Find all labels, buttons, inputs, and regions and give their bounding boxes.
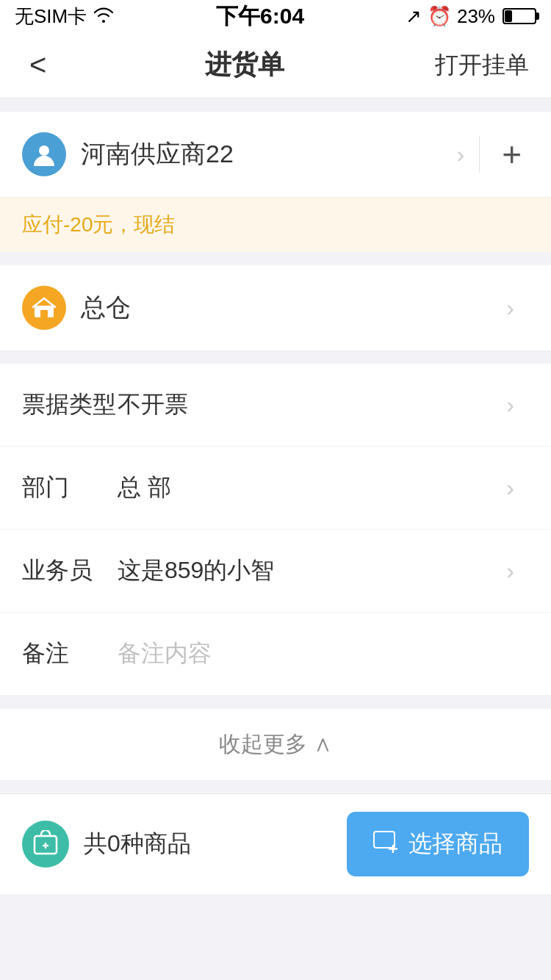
- dept-chevron-icon: ›: [506, 475, 514, 502]
- sales-row[interactable]: 业务员 这是859的小智 ›: [0, 530, 551, 613]
- supplier-divider: [479, 136, 480, 173]
- invoice-value: 不开票: [118, 389, 506, 421]
- select-product-button[interactable]: 选择商品: [347, 812, 529, 876]
- form-card: 票据类型 不开票 › 部门 总 部 › 业务员 这是859的小智 › 备注 备注…: [0, 364, 551, 695]
- dept-label: 部门: [22, 472, 118, 504]
- svg-point-0: [39, 145, 49, 156]
- invoice-row[interactable]: 票据类型 不开票 ›: [0, 364, 551, 447]
- dept-value: 总 部: [118, 472, 506, 504]
- warehouse-chevron-icon: ›: [506, 295, 514, 322]
- supplier-name: 河南供应商22: [81, 137, 456, 171]
- bottom-bar: 共0种商品 选择商品: [0, 793, 551, 894]
- warehouse-row[interactable]: 总仓 ›: [0, 265, 551, 350]
- warehouse-card: 总仓 ›: [0, 265, 551, 350]
- section-gap-2: [0, 252, 551, 265]
- warehouse-icon: [22, 286, 66, 330]
- notice-bar: 应付-20元，现结: [0, 198, 551, 252]
- location-icon: ↗: [406, 5, 422, 28]
- alarm-icon: ⏰: [428, 5, 451, 28]
- invoice-label: 票据类型: [22, 389, 118, 421]
- remark-row[interactable]: 备注 备注内容: [0, 613, 551, 695]
- add-supplier-button[interactable]: +: [494, 134, 529, 174]
- nav-bar: < 进货单 打开挂单: [0, 32, 551, 98]
- section-gap-1: [0, 98, 551, 112]
- supplier-chevron-icon: ›: [456, 141, 464, 168]
- supplier-card: 河南供应商22 › + 应付-20元，现结: [0, 112, 551, 252]
- sales-label: 业务员: [22, 555, 118, 587]
- page-title: 进货单: [205, 47, 284, 83]
- back-button[interactable]: <: [22, 41, 54, 89]
- open-pending-button[interactable]: 打开挂单: [435, 49, 529, 82]
- collapse-label: 收起更多 ∧: [219, 729, 331, 760]
- svg-rect-2: [40, 310, 48, 317]
- section-gap-5: [0, 780, 551, 793]
- dept-row[interactable]: 部门 总 部 ›: [0, 447, 551, 530]
- remark-label: 备注: [22, 638, 118, 670]
- remark-input[interactable]: 备注内容: [118, 638, 529, 670]
- product-icon: [22, 821, 69, 868]
- invoice-chevron-icon: ›: [506, 392, 514, 419]
- section-gap-3: [0, 350, 551, 364]
- sales-value: 这是859的小智: [118, 555, 506, 587]
- warehouse-name: 总仓: [81, 291, 506, 325]
- wifi-icon: [93, 5, 115, 28]
- status-time: 下午6:04: [216, 1, 304, 32]
- carrier-label: 无SIM卡: [15, 4, 87, 29]
- product-count: 共0种商品: [84, 828, 347, 860]
- section-gap-4: [0, 695, 551, 708]
- svg-rect-4: [374, 832, 395, 848]
- battery-icon: [503, 8, 536, 24]
- notice-text: 应付-20元，现结: [22, 213, 175, 236]
- select-product-icon: [373, 830, 400, 859]
- supplier-avatar: [22, 132, 66, 176]
- status-right: ↗ ⏰ 23%: [406, 5, 536, 28]
- sales-chevron-icon: ›: [506, 558, 514, 585]
- supplier-row[interactable]: 河南供应商22 › +: [0, 112, 551, 198]
- collapse-button[interactable]: 收起更多 ∧: [0, 708, 551, 780]
- battery-percent: 23%: [457, 5, 495, 28]
- status-left: 无SIM卡: [15, 4, 115, 29]
- select-product-label: 选择商品: [408, 828, 503, 860]
- status-bar: 无SIM卡 下午6:04 ↗ ⏰ 23%: [0, 0, 551, 32]
